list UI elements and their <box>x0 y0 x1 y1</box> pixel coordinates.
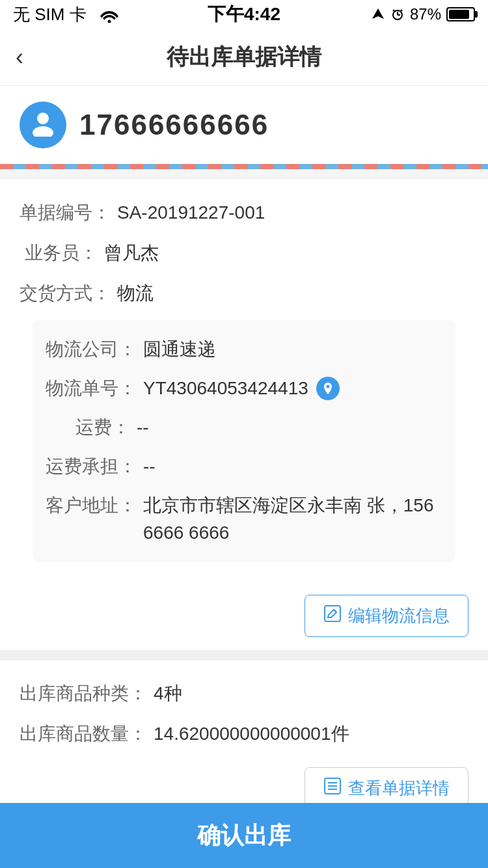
alarm-icon <box>390 7 405 21</box>
nav-bar: ‹ 待出库单据详情 <box>0 29 488 86</box>
svg-point-8 <box>33 126 53 137</box>
view-detail-btn-label: 查看单据详情 <box>348 777 450 800</box>
edit-btn-row: 编辑物流信息 <box>0 582 488 650</box>
svg-line-11 <box>334 610 336 612</box>
back-button[interactable]: ‹ <box>16 44 23 71</box>
page-title: 待出库单据详情 <box>167 42 321 72</box>
freight-row: 运费： -- <box>46 414 442 441</box>
status-time: 下午4:42 <box>208 2 280 27</box>
salesperson-value: 曾凡杰 <box>104 239 468 267</box>
freight-bearer-value: -- <box>143 453 442 480</box>
freight-bearer-row: 运费承担： -- <box>46 453 442 480</box>
avatar <box>20 102 66 148</box>
battery-percent: 87% <box>410 5 441 23</box>
doc-number-row: 单据编号： SA-20191227-001 <box>20 199 468 226</box>
user-info-row: 17666666666 <box>0 86 488 164</box>
svg-point-0 <box>108 20 111 23</box>
edit-icon <box>323 604 342 627</box>
svg-marker-1 <box>372 8 384 19</box>
location-status-icon <box>371 7 385 21</box>
logistics-company-row: 物流公司： 圆通速递 <box>46 336 442 363</box>
freight-bearer-label: 运费承担： <box>46 453 143 480</box>
svg-point-9 <box>326 385 329 388</box>
logistics-company-label: 物流公司： <box>46 336 143 363</box>
doc-number-label: 单据编号： <box>20 199 117 226</box>
freight-label: 运费： <box>46 414 137 441</box>
doc-number-value: SA-20191227-001 <box>117 199 468 226</box>
user-icon <box>29 108 57 142</box>
product-section: 出库商品种类： 4种 出库商品数量： 14.620000000000001件 <box>0 660 488 761</box>
svg-line-6 <box>401 10 402 11</box>
list-icon <box>323 777 342 800</box>
basic-info-section: 单据编号： SA-20191227-001 业务员： 曾凡杰 交货方式： 物流 … <box>0 180 488 582</box>
confirm-outbound-button[interactable]: 确认出库 <box>0 803 488 868</box>
user-phone: 17666666666 <box>79 109 269 141</box>
logistics-company-value: 圆通速递 <box>143 336 442 363</box>
confirm-btn-label: 确认出库 <box>197 820 291 852</box>
edit-logistics-button[interactable]: 编辑物流信息 <box>305 595 468 637</box>
product-type-label: 出库商品种类： <box>20 680 154 707</box>
status-bar: 无 SIM 卡 下午4:42 87% <box>0 0 488 29</box>
address-row: 客户地址： 北京市市辖区海淀区永丰南 张，156 6666 6666 <box>46 492 442 547</box>
logistics-box: 物流公司： 圆通速递 物流单号： YT43064053424413 运费： <box>33 320 455 562</box>
product-type-row: 出库商品种类： 4种 <box>20 680 468 707</box>
tracking-row: 物流单号： YT43064053424413 <box>46 375 442 402</box>
svg-point-7 <box>37 113 49 124</box>
product-type-value: 4种 <box>154 680 468 707</box>
address-value: 北京市市辖区海淀区永丰南 张，156 6666 6666 <box>143 492 442 547</box>
svg-rect-10 <box>325 606 340 621</box>
svg-line-5 <box>393 10 394 11</box>
product-qty-row: 出库商品数量： 14.620000000000001件 <box>20 720 468 748</box>
delivery-label: 交货方式： <box>20 280 117 307</box>
freight-value: -- <box>137 414 442 441</box>
address-label: 客户地址： <box>46 492 143 519</box>
tracking-number-text: YT43064053424413 <box>143 375 308 402</box>
salesperson-label: 业务员： <box>20 239 104 267</box>
delivery-row: 交货方式： 物流 <box>20 280 468 307</box>
section-divider <box>0 650 488 660</box>
product-qty-label: 出库商品数量： <box>20 720 154 748</box>
tracking-label: 物流单号： <box>46 375 143 402</box>
map-pin-icon[interactable] <box>316 377 340 400</box>
edit-btn-label: 编辑物流信息 <box>348 604 450 627</box>
salesperson-row: 业务员： 曾凡杰 <box>20 239 468 267</box>
confirm-btn-container: 确认出库 <box>0 803 488 868</box>
delivery-value: 物流 <box>117 280 468 307</box>
battery-icon <box>446 7 475 21</box>
status-right-icons: 87% <box>371 5 475 23</box>
product-qty-value: 14.620000000000001件 <box>154 720 468 748</box>
dashed-separator <box>0 164 488 169</box>
carrier-text: 无 SIM 卡 <box>13 3 118 26</box>
tracking-value: YT43064053424413 <box>143 375 442 402</box>
